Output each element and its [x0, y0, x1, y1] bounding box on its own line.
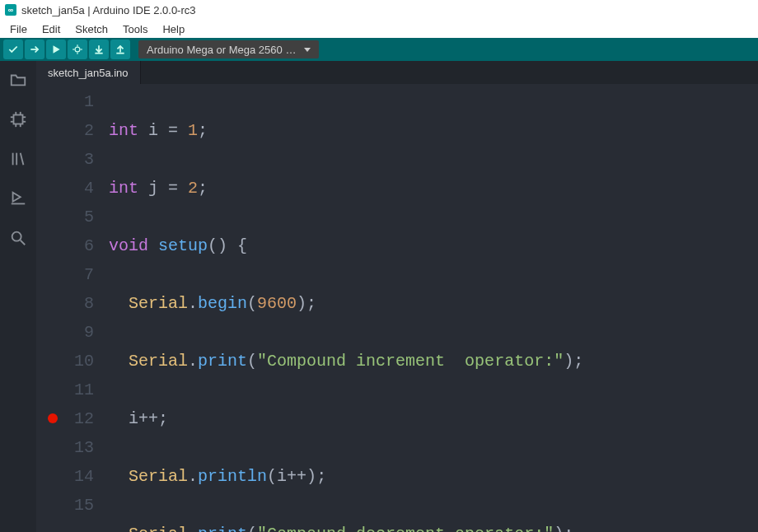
chip-icon	[9, 110, 27, 128]
line-number: 9	[36, 318, 94, 347]
line-number: 8	[36, 289, 94, 318]
activity-bar	[0, 61, 36, 532]
svg-line-26	[21, 240, 26, 245]
menu-help[interactable]: Help	[156, 21, 191, 37]
line-number: 10	[36, 347, 94, 376]
line-number: 12	[36, 404, 94, 433]
check-icon	[7, 44, 19, 55]
upload-icon	[115, 44, 126, 55]
line-number: 6	[36, 231, 94, 260]
work-area: sketch_jan5a.ino 1 2 3 4 5 6 7 8 9 10 11…	[0, 61, 758, 532]
board-selector-label: Arduino Mega or Mega 2560 …	[147, 44, 296, 56]
verify-button[interactable]	[3, 40, 23, 59]
gutter[interactable]: 1 2 3 4 5 6 7 8 9 10 11 12 13 14 15	[36, 84, 109, 532]
app-icon: ∞	[5, 4, 16, 16]
upload-button[interactable]	[25, 40, 44, 59]
code-area[interactable]: 1 2 3 4 5 6 7 8 9 10 11 12 13 14 15 int …	[36, 84, 758, 532]
svg-point-25	[12, 232, 21, 241]
menu-tools[interactable]: Tools	[116, 21, 154, 37]
menu-bar: File Edit Sketch Tools Help	[0, 20, 758, 38]
svg-marker-23	[13, 193, 21, 202]
svg-point-2	[75, 47, 80, 52]
line-number: 1	[36, 87, 94, 116]
menu-file[interactable]: File	[3, 21, 34, 37]
books-icon	[9, 150, 27, 168]
play-bug-icon	[9, 189, 27, 208]
line-number: 13	[36, 433, 94, 462]
board-selector[interactable]: Arduino Mega or Mega 2560 …	[138, 40, 319, 58]
play-icon	[50, 44, 62, 55]
line-number: 11	[36, 376, 94, 404]
open-button[interactable]	[110, 40, 130, 59]
line-number: 14	[36, 462, 94, 491]
line-number: 3	[36, 145, 94, 174]
editor: sketch_jan5a.ino 1 2 3 4 5 6 7 8 9 10 11…	[36, 61, 758, 532]
magnifier-icon	[9, 229, 27, 247]
download-button[interactable]	[89, 40, 109, 59]
bug-icon	[72, 44, 83, 55]
debug-icon[interactable]	[7, 188, 29, 209]
tab-label: sketch_jan5a.ino	[48, 67, 129, 79]
line-number: 5	[36, 203, 94, 231]
folder-icon	[9, 71, 27, 89]
line-number: 15	[36, 491, 94, 520]
arrow-right-icon	[29, 44, 40, 55]
tab-bar: sketch_jan5a.ino	[36, 61, 758, 84]
line-number: 4	[36, 174, 94, 203]
line-number: 7	[36, 260, 94, 289]
window-titlebar: ∞ sketch_jan5a | Arduino IDE 2.0.0-rc3	[0, 0, 758, 20]
toolbar: Arduino Mega or Mega 2560 …	[0, 38, 758, 61]
code-content[interactable]: int i = 1; int j = 2; void setup() { Ser…	[109, 84, 758, 532]
debug-button[interactable]	[68, 40, 87, 59]
breakpoint-marker[interactable]	[48, 413, 58, 423]
svg-marker-1	[54, 45, 60, 53]
debug-start-button[interactable]	[46, 40, 66, 59]
svg-line-22	[21, 153, 24, 166]
search-icon[interactable]	[7, 227, 29, 249]
download-icon	[93, 44, 105, 55]
explorer-icon[interactable]	[7, 69, 29, 91]
svg-rect-11	[14, 115, 23, 124]
boards-icon[interactable]	[7, 109, 29, 130]
window-title: sketch_jan5a | Arduino IDE 2.0.0-rc3	[21, 4, 196, 16]
menu-sketch[interactable]: Sketch	[68, 21, 115, 37]
library-icon[interactable]	[7, 148, 29, 170]
line-number: 2	[36, 116, 94, 145]
menu-edit[interactable]: Edit	[35, 21, 67, 37]
tab-sketch[interactable]: sketch_jan5a.ino	[36, 61, 141, 84]
